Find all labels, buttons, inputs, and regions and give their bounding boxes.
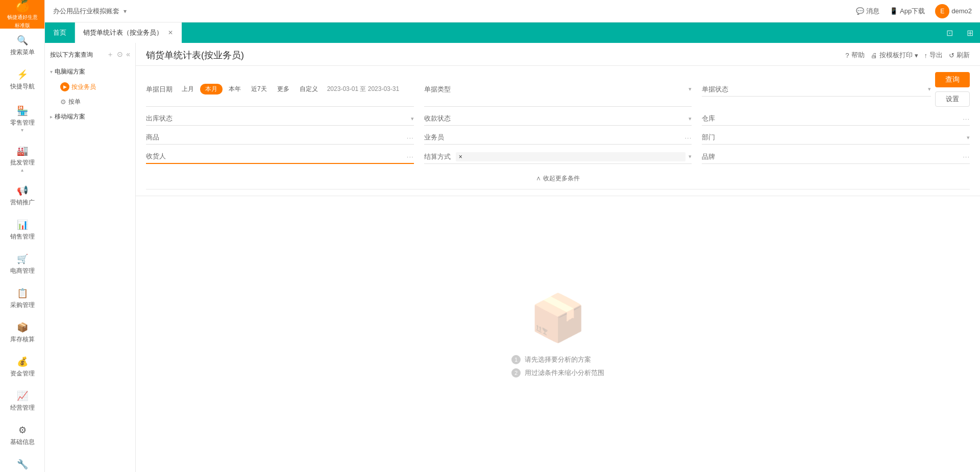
date-btn-prev-month[interactable]: 上月 bbox=[178, 84, 198, 95]
filter-warehouse: 仓库 ··· bbox=[702, 112, 970, 126]
export-action[interactable]: ↑ 导出 bbox=[924, 51, 943, 60]
finance-icon: 💰 bbox=[17, 356, 28, 367]
tab-minimize-btn[interactable]: ⊡ bbox=[939, 22, 960, 43]
filter-brand: 品牌 ··· bbox=[702, 150, 970, 164]
sidebar-item-operation[interactable]: 📈 经营管理 bbox=[0, 384, 45, 418]
page-header-actions: ? 帮助 🖨 按模板打印 ▾ ↑ 导出 ↺ 刷新 bbox=[845, 51, 970, 60]
salesperson-label: 业务员 bbox=[424, 133, 445, 142]
left-panel: 按以下方案查询 ＋ ⊙ « ▾ 电脑端方案 ▶ 按业务员 bbox=[45, 43, 136, 472]
pay-status-dropdown-icon[interactable]: ▾ bbox=[689, 115, 692, 122]
topbar: 办公用品行业模拟账套 ▾ 💬 消息 📱 App下载 E demo2 bbox=[45, 0, 980, 22]
avatar: E bbox=[935, 4, 949, 18]
sidebar-item-system[interactable]: 🔧 系统管理 bbox=[0, 453, 45, 472]
goods-dots-icon[interactable]: ··· bbox=[407, 134, 414, 141]
receiver-dots-icon[interactable]: ··· bbox=[407, 153, 414, 160]
workspace-dropdown[interactable]: ▾ bbox=[124, 8, 127, 15]
tree-item-mobile[interactable]: ▸ 移动端方案 bbox=[45, 109, 135, 124]
tree-item-mobile-label: 移动端方案 bbox=[55, 112, 130, 121]
sidebar-item-marketing[interactable]: 📢 营销推广 bbox=[0, 179, 45, 213]
sidebar-item-finance[interactable]: 💰 资金管理 bbox=[0, 350, 45, 384]
print-icon: 🖨 bbox=[871, 52, 877, 59]
tree-expand-icon: ▾ bbox=[50, 69, 53, 75]
app-logo: 🍊 畅捷通好生意 标准版 bbox=[0, 0, 45, 29]
sidebar-item-purchase[interactable]: 📋 采购管理 bbox=[0, 281, 45, 316]
sidebar-item-label: 搜索菜单 bbox=[10, 48, 35, 57]
app-download-icon: 📱 bbox=[890, 7, 898, 15]
out-status-label: 出库状态 bbox=[146, 114, 175, 123]
receiver-label: 收货人 bbox=[146, 152, 166, 161]
status-dropdown-icon[interactable]: ▾ bbox=[928, 86, 931, 92]
tree-item-pc[interactable]: ▾ 电脑端方案 bbox=[45, 64, 135, 79]
tab-sales-stat[interactable]: 销货单统计表（按业务员） ✕ bbox=[75, 22, 182, 43]
ecommerce-icon: 🛒 bbox=[17, 253, 28, 265]
message-item[interactable]: 💬 消息 bbox=[856, 7, 879, 16]
sidebar-item-label: 零售管理 bbox=[10, 119, 35, 127]
set-button[interactable]: 设置 bbox=[935, 91, 970, 107]
filter-type: 单据类型 ▾ bbox=[424, 72, 692, 107]
warehouse-dots-icon[interactable]: ··· bbox=[963, 115, 970, 123]
refresh-scheme-icon[interactable]: ⊙ bbox=[117, 50, 123, 59]
sidebar-item-label: 批发管理 bbox=[10, 158, 35, 167]
goods-label: 商品 bbox=[146, 133, 166, 142]
settlement-label: 结算方式 bbox=[424, 152, 453, 161]
tab-home[interactable]: 首页 bbox=[45, 22, 75, 43]
tree-child-order[interactable]: ⚙ 按单 bbox=[55, 95, 135, 109]
help-action[interactable]: ? 帮助 bbox=[845, 51, 864, 60]
query-button[interactable]: 查询 bbox=[935, 72, 970, 87]
wholesale-icon: 🏭 bbox=[17, 145, 28, 156]
sidebar-item-label: 营销推广 bbox=[10, 198, 35, 207]
warehouse-label: 仓库 bbox=[702, 114, 722, 123]
settlement-dropdown-icon[interactable]: ▾ bbox=[689, 153, 692, 160]
user-avatar-item[interactable]: E demo2 bbox=[935, 4, 972, 18]
sidebar-item-ecommerce[interactable]: 🛒 电商管理 bbox=[0, 247, 45, 281]
filter-row-1: 单据日期 上月 本月 本年 近7天 更多 自定义 2023-03-01 至 20… bbox=[146, 72, 970, 107]
sidebar-item-sales[interactable]: 📊 销售管理 bbox=[0, 213, 45, 247]
empty-state: 📦 1 请先选择要分析的方案 2 用过滤条件来缩小分析范围 bbox=[136, 196, 980, 472]
status-label: 单据状态 bbox=[702, 85, 730, 94]
collapse-panel-icon[interactable]: « bbox=[126, 50, 130, 59]
brand-dots-icon[interactable]: ··· bbox=[963, 153, 970, 160]
template-print-label: 按模板打印 bbox=[879, 51, 913, 60]
department-dropdown-icon[interactable]: ▾ bbox=[967, 134, 970, 141]
inventory-icon: 📦 bbox=[17, 322, 28, 333]
date-btn-custom[interactable]: 自定义 bbox=[296, 84, 322, 95]
sidebar-item-inventory[interactable]: 📦 库存核算 bbox=[0, 316, 45, 350]
empty-state-illustration: 📦 bbox=[529, 291, 586, 345]
type-dropdown-icon[interactable]: ▾ bbox=[689, 86, 692, 92]
sidebar-item-retail[interactable]: 🏪 零售管理 ▾ bbox=[0, 99, 45, 139]
sidebar-item-quick-nav[interactable]: ⚡ 快捷导航 bbox=[0, 63, 45, 97]
sidebar-item-basic[interactable]: ⚙ 基础信息 bbox=[0, 418, 45, 453]
tab-close-icon[interactable]: ✕ bbox=[168, 29, 173, 36]
tag-x-icon[interactable]: × bbox=[459, 153, 462, 160]
sidebar-item-search-menu[interactable]: 🔍 搜索菜单 bbox=[0, 29, 45, 63]
basic-icon: ⚙ bbox=[18, 424, 27, 436]
add-scheme-icon[interactable]: ＋ bbox=[107, 50, 114, 59]
filter-salesperson: 业务员 ··· bbox=[424, 131, 692, 145]
refresh-action[interactable]: ↺ 刷新 bbox=[949, 51, 970, 60]
date-btn-more[interactable]: 更多 bbox=[273, 84, 293, 95]
app-download-item[interactable]: 📱 App下载 bbox=[890, 7, 925, 16]
salesperson-dots-icon[interactable]: ··· bbox=[684, 134, 692, 141]
search-menu-icon: 🔍 bbox=[17, 35, 28, 46]
sales-icon: 📊 bbox=[17, 219, 28, 230]
refresh-icon: ↺ bbox=[949, 52, 954, 59]
help-label: 帮助 bbox=[851, 51, 865, 60]
tab-expand-btn[interactable]: ⊞ bbox=[960, 22, 980, 43]
date-btn-7days[interactable]: 近7天 bbox=[247, 84, 271, 95]
tab-home-label: 首页 bbox=[53, 28, 66, 37]
filter-goods: 商品 ··· bbox=[146, 131, 414, 145]
export-icon: ↑ bbox=[924, 52, 928, 59]
sidebar-item-wholesale[interactable]: 🏭 批发管理 ▴ bbox=[0, 139, 45, 179]
out-status-dropdown-icon[interactable]: ▾ bbox=[411, 115, 414, 122]
filter-status-row: 单据状态 ▾ 查询 设置 bbox=[702, 72, 970, 107]
quick-nav-icon: ⚡ bbox=[17, 69, 28, 80]
logo-subtext: 标准版 bbox=[15, 22, 30, 29]
tabbar: 首页 销货单统计表（按业务员） ✕ ⊡ ⊞ bbox=[45, 22, 980, 43]
tree-child-salesperson[interactable]: ▶ 按业务员 bbox=[55, 79, 135, 95]
message-label: 消息 bbox=[866, 7, 879, 16]
date-btn-year[interactable]: 本年 bbox=[225, 84, 245, 95]
template-print-action[interactable]: 🖨 按模板打印 ▾ bbox=[871, 51, 918, 60]
date-btn-current-month[interactable]: 本月 bbox=[200, 84, 223, 95]
collapse-button[interactable]: ∧ 收起更多条件 bbox=[530, 172, 585, 185]
hint-text-2: 用过滤条件来缩小分析范围 bbox=[525, 368, 604, 377]
